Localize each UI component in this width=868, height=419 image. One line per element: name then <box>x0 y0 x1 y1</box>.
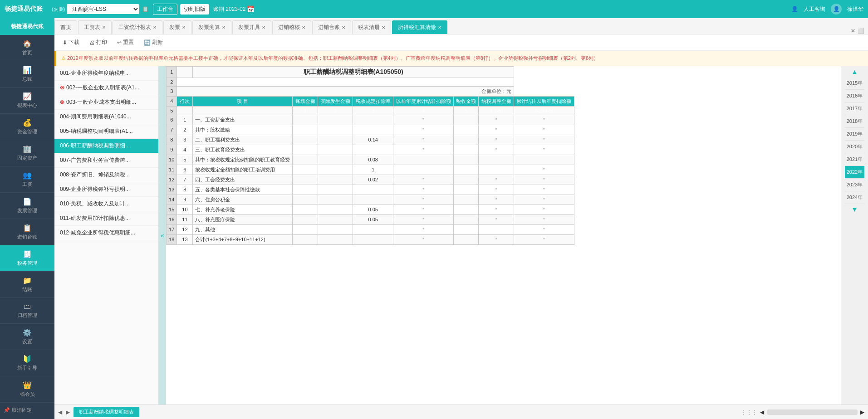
cell-c7[interactable]: * <box>514 165 574 175</box>
sidebar-item-sales[interactable]: 📋 进销台账 <box>0 219 54 245</box>
tab-home[interactable]: 首页 <box>54 20 77 34</box>
form-list-item-004[interactable]: 004-期间费用明细表(A1040... <box>54 110 158 124</box>
cell-c2[interactable] <box>318 135 353 145</box>
cell-c3[interactable] <box>353 185 393 195</box>
cell-c3[interactable]: 0.05 <box>353 205 393 214</box>
cell-c4[interactable] <box>393 165 454 175</box>
print-button[interactable]: 🖨 打印 <box>87 37 110 48</box>
cell-c3[interactable] <box>353 224 393 234</box>
cell-c5[interactable] <box>454 165 479 175</box>
cell-item[interactable]: 六、住房公积金 <box>193 195 293 205</box>
cell-c6[interactable] <box>479 224 514 234</box>
cell-c1[interactable] <box>293 175 318 185</box>
reset-button[interactable]: ↩ 重置 <box>114 37 137 48</box>
cell-c2[interactable] <box>318 234 353 244</box>
cell-c2[interactable] <box>318 175 353 185</box>
year-nav-item[interactable]: 2019年 <box>845 128 864 141</box>
cell-c3[interactable] <box>353 115 393 125</box>
tab-sales-check[interactable]: 进销稽核✕ <box>272 20 311 34</box>
cell-c2[interactable] <box>318 224 353 234</box>
sidebar-item-home[interactable]: 🏠 首页 <box>0 35 54 61</box>
year-nav-item[interactable]: 2021年 <box>845 153 864 166</box>
sidebar-item-close[interactable]: 📁 结账 <box>0 272 54 298</box>
cell-rownum[interactable]: 3 <box>177 135 193 145</box>
tab-close-check[interactable]: ✕ <box>302 25 305 30</box>
sidebar-item-payroll[interactable]: 👥 工资 <box>0 166 54 193</box>
cell-item[interactable]: 三、职工教育经费支出 <box>193 145 293 155</box>
sidebar-item-guide[interactable]: 🔰 新手引导 <box>0 350 54 376</box>
cell-c6[interactable]: * <box>479 205 514 214</box>
year-nav-up[interactable]: ▲ <box>850 66 860 77</box>
cell-c7[interactable]: * <box>514 195 574 205</box>
cell-c5[interactable] <box>454 224 479 234</box>
sidebar-item-settings[interactable]: ⚙️ 设置 <box>0 324 54 350</box>
sidebar-item-ledger[interactable]: 📊 总账 <box>0 61 54 88</box>
cell-c1[interactable] <box>293 185 318 195</box>
company-select[interactable]: 江西皖宝-LSS <box>67 4 139 14</box>
horizontal-scrollbar[interactable] <box>767 409 858 415</box>
cell-c3[interactable]: 0.02 <box>353 175 393 185</box>
cell-rownum[interactable]: 8 <box>177 185 193 195</box>
cell-c3[interactable]: 0.08 <box>353 155 393 165</box>
cell-c1[interactable] <box>293 224 318 234</box>
cell-c7[interactable]: * <box>514 175 574 185</box>
cell-c6[interactable]: * <box>479 125 514 135</box>
cell-c6[interactable]: * <box>479 185 514 195</box>
cell-c7[interactable]: * <box>514 185 574 195</box>
next-sheet-icon[interactable]: ▶ <box>66 409 70 415</box>
cell-c6[interactable]: * <box>479 115 514 125</box>
tab-invoice-open[interactable]: 发票开具✕ <box>232 20 271 34</box>
cell-c5[interactable] <box>454 185 479 195</box>
tab-close-calc[interactable]: ✕ <box>222 25 226 30</box>
spreadsheet-content[interactable]: 1 职工薪酬纳税调整明细表(A105050) 2 <box>166 66 841 404</box>
workbench-button[interactable]: 工作台 <box>153 4 177 15</box>
cell-rownum[interactable]: 10 <box>177 205 193 214</box>
cell-rownum[interactable]: 1 <box>177 115 193 125</box>
cell-rownum[interactable]: 5 <box>177 155 193 165</box>
cell-c6[interactable] <box>479 155 514 165</box>
cell-c5[interactable] <box>454 115 479 125</box>
cell-c4[interactable]: * <box>393 125 454 135</box>
sidebar-item-reports[interactable]: 📈 报表中心 <box>0 88 54 114</box>
cell-rownum[interactable]: 4 <box>177 145 193 155</box>
form-list-item-005[interactable]: 005-纳税调整项目明细表(A1... <box>54 124 158 139</box>
cell-c5[interactable] <box>454 195 479 205</box>
cell-rownum[interactable]: 13 <box>177 234 193 244</box>
cell-c4[interactable]: * <box>393 175 454 185</box>
cell-c1[interactable] <box>293 115 318 125</box>
cell-c7[interactable]: * <box>514 135 574 145</box>
year-nav-item[interactable]: 2018年 <box>845 115 864 128</box>
cell-rownum[interactable]: 11 <box>177 214 193 224</box>
cell-c3[interactable] <box>353 125 393 135</box>
form-list-item-007[interactable]: 007-广告费和业务宣传费跨... <box>54 153 158 168</box>
form-list-item-008[interactable]: 008-资产折旧、摊销及纳税... <box>54 168 158 182</box>
form-list-item-010[interactable]: 010-免税、减收收入及加计... <box>54 197 158 211</box>
cell-item[interactable]: 九、其他 <box>193 224 293 234</box>
sidebar-item-archive[interactable]: 🗃 归档管理 <box>0 298 54 324</box>
cell-c4[interactable]: * <box>393 115 454 125</box>
cell-c1[interactable] <box>293 205 318 214</box>
cell-item[interactable]: 按税收规定全额扣除的职工培训费用 <box>193 165 293 175</box>
copy-icon[interactable]: 📋 <box>142 6 149 12</box>
cell-c7[interactable]: * <box>514 115 574 125</box>
cell-c7[interactable] <box>514 155 574 165</box>
cell-rownum[interactable]: 12 <box>177 224 193 234</box>
cell-c4[interactable]: * <box>393 185 454 195</box>
cell-c6[interactable]: * <box>479 234 514 244</box>
bottom-sheet-tab[interactable]: 职工薪酬纳税调整明细表 <box>74 407 139 417</box>
tab-tax-book[interactable]: 税表清册✕ <box>352 20 391 34</box>
cell-c6[interactable]: * <box>479 135 514 145</box>
cell-c5[interactable] <box>454 175 479 185</box>
tab-close-open[interactable]: ✕ <box>262 25 265 30</box>
cell-item[interactable]: 其中：股权激励 <box>193 125 293 135</box>
cell-c5[interactable] <box>454 205 479 214</box>
download-button[interactable]: ⬇ 下载 <box>60 37 82 48</box>
cell-c3[interactable] <box>353 195 393 205</box>
cell-c3[interactable]: 0.05 <box>353 214 393 224</box>
cell-c2[interactable] <box>318 165 353 175</box>
cell-c1[interactable] <box>293 125 318 135</box>
form-list-item-009[interactable]: 009-企业所得税弥补亏损明... <box>54 182 158 197</box>
maximize-icon[interactable]: ⬜ <box>858 28 864 34</box>
sheet-menu-icon[interactable]: ⋮⋮⋮ <box>741 409 757 415</box>
cell-c2[interactable] <box>318 195 353 205</box>
